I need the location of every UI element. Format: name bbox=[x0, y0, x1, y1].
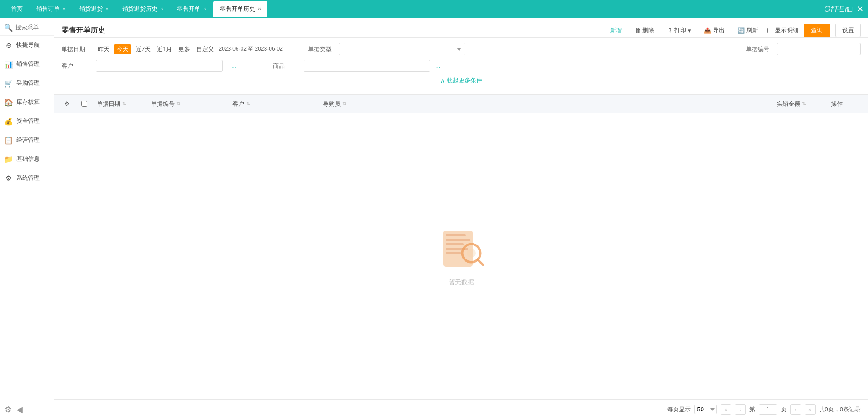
sidebar-label-sales-mgmt: 销售管理 bbox=[16, 60, 40, 68]
sidebar-item-sys-mgmt[interactable]: ⚙ 系统管理 bbox=[0, 169, 54, 188]
sidebar-label-inventory: 库存核算 bbox=[16, 98, 40, 106]
display-cols-checkbox[interactable] bbox=[767, 28, 773, 33]
sidebar-search-label: 搜索采单 bbox=[15, 24, 39, 32]
select-all-checkbox[interactable] bbox=[81, 101, 87, 107]
page-label: 第 bbox=[749, 405, 755, 414]
current-page-input[interactable] bbox=[759, 404, 777, 415]
doc-no-input[interactable] bbox=[777, 43, 861, 55]
tab-retail-open[interactable]: 零售开单× bbox=[171, 1, 213, 17]
doc-date-sort-icon: ⇅ bbox=[122, 101, 126, 107]
prev-page-button[interactable]: ‹ bbox=[735, 404, 746, 415]
sidebar-item-quick-nav[interactable]: ⊕ 快捷导航 bbox=[0, 36, 54, 55]
print-button[interactable]: 🖨 打印 ▾ bbox=[663, 24, 695, 36]
customer-input[interactable] bbox=[96, 60, 223, 72]
date-opt-7days[interactable]: 近7天 bbox=[134, 44, 152, 54]
filter-area: 单据日期 昨天 今天 近7天 近1月 更多 自定义 2023-06-02 至 2… bbox=[54, 38, 868, 95]
sidebar: 🔍 搜索采单 ⊕ 快捷导航 📊 销售管理 🛒 采购管理 🏠 库存核算 💰 资金管… bbox=[0, 18, 54, 419]
date-opt-custom[interactable]: 自定义 bbox=[194, 44, 216, 54]
doc-type-filter: 单据类型 bbox=[290, 43, 739, 55]
page-header: 零售开单历史 + 新增 🗑 删除 🖨 打印 ▾ 📤 导出 🔄 bbox=[54, 18, 868, 38]
sidebar-label-basic-info: 基础信息 bbox=[16, 155, 40, 163]
sidebar-icon-sales-mgmt: 📊 bbox=[5, 60, 13, 68]
tab-sales-order[interactable]: 销售订单× bbox=[30, 1, 72, 17]
table-col-amount[interactable]: 实销金额 ⇅ bbox=[773, 100, 827, 108]
table-col-doc-date[interactable]: 单据日期 ⇅ bbox=[93, 100, 147, 108]
page-title: 零售开单历史 bbox=[62, 26, 105, 35]
svg-rect-3 bbox=[446, 243, 464, 245]
filter-row-1: 单据日期 昨天 今天 近7天 近1月 更多 自定义 2023-06-02 至 2… bbox=[62, 43, 861, 55]
page-size-select[interactable]: 50 20 100 200 bbox=[694, 405, 717, 414]
empty-text: 暂无数据 bbox=[449, 278, 474, 287]
doc-no-label: 单据编号 bbox=[746, 45, 773, 53]
setting-button[interactable]: 设置 bbox=[835, 24, 861, 37]
export-button[interactable]: 📤 导出 bbox=[700, 24, 728, 36]
svg-rect-1 bbox=[446, 234, 466, 236]
doc-type-select[interactable] bbox=[339, 43, 465, 55]
goods-filter: 商品 ... bbox=[246, 60, 861, 72]
sidebar-icon-purchase-mgmt: 🛒 bbox=[5, 79, 13, 87]
sidebar-search[interactable]: 🔍 搜索采单 bbox=[0, 18, 54, 36]
tab-label-sales-return-history: 销货退货历史 bbox=[122, 5, 157, 13]
tab-label-home: 首页 bbox=[11, 5, 23, 13]
tab-label-sales-return: 销货退货 bbox=[79, 5, 103, 13]
sidebar-label-finance: 资金管理 bbox=[16, 117, 40, 125]
header-actions: + 新增 🗑 删除 🖨 打印 ▾ 📤 导出 🔄 刷新 bbox=[602, 24, 861, 37]
empty-icon bbox=[434, 226, 489, 271]
first-page-button[interactable]: « bbox=[721, 404, 731, 415]
collapse-button[interactable]: ∧ 收起更多条件 bbox=[441, 76, 482, 85]
table-col-checkbox[interactable] bbox=[75, 101, 93, 107]
last-page-button[interactable]: » bbox=[805, 404, 816, 415]
sidebar-settings-button[interactable]: ⚙ bbox=[5, 405, 12, 414]
goods-ellipsis-button[interactable]: ... bbox=[434, 62, 442, 69]
tab-close-sales-order[interactable]: × bbox=[62, 6, 66, 12]
next-page-button[interactable]: › bbox=[790, 404, 801, 415]
customer-label: 客户 bbox=[62, 62, 89, 70]
tab-sales-return[interactable]: 销货退货× bbox=[73, 1, 115, 17]
customer-sort-icon: ⇅ bbox=[246, 101, 250, 107]
date-opt-today[interactable]: 今天 bbox=[114, 44, 131, 54]
tab-close-sales-return-history[interactable]: × bbox=[160, 6, 163, 12]
refresh-icon: 🔄 bbox=[737, 27, 745, 34]
tab-close-retail-open-history[interactable]: × bbox=[258, 6, 261, 12]
refresh-button[interactable]: 🔄 刷新 bbox=[734, 24, 762, 36]
new-button[interactable]: + 新增 bbox=[602, 24, 626, 36]
table-col-doc-no[interactable]: 单据编号 ⇅ bbox=[147, 100, 229, 108]
tab-retail-open-history[interactable]: 零售开单历史× bbox=[213, 1, 267, 17]
tab-close-retail-open[interactable]: × bbox=[203, 6, 206, 12]
table-col-guide[interactable]: 导购员 ⇅ bbox=[319, 100, 374, 108]
app-brand: OfTEn bbox=[824, 5, 850, 14]
sidebar-item-operations[interactable]: 📋 经营管理 bbox=[0, 131, 54, 150]
sidebar-item-finance[interactable]: 💰 资金管理 bbox=[0, 112, 54, 131]
date-opt-1month[interactable]: 近1月 bbox=[155, 44, 174, 54]
sidebar-item-basic-info[interactable]: 📁 基础信息 bbox=[0, 150, 54, 169]
tab-home[interactable]: 首页 bbox=[5, 1, 29, 17]
goods-input[interactable] bbox=[304, 60, 430, 72]
sidebar-item-purchase-mgmt[interactable]: 🛒 采购管理 bbox=[0, 74, 54, 93]
sidebar-item-sales-mgmt[interactable]: 📊 销售管理 bbox=[0, 55, 54, 74]
table-col-customer[interactable]: 客户 ⇅ bbox=[229, 100, 319, 108]
tab-label-retail-open-history: 零售开单历史 bbox=[220, 5, 255, 13]
display-cols-toggle[interactable]: 显示明细 bbox=[767, 26, 798, 34]
table-header: ⚙ 单据日期 ⇅ 单据编号 ⇅ 客户 ⇅ 导购员 ⇅ bbox=[54, 95, 868, 113]
doc-no-filter: 单据编号 bbox=[746, 43, 861, 55]
sidebar-collapse-button[interactable]: ◀ bbox=[16, 405, 23, 414]
close-window-button[interactable]: ✕ bbox=[857, 4, 863, 14]
search-icon: 🔍 bbox=[5, 24, 13, 32]
tab-sales-return-history[interactable]: 销货退货历史× bbox=[116, 1, 170, 17]
tab-label-sales-order: 销售订单 bbox=[36, 5, 60, 13]
collapse-icon: ∧ bbox=[441, 77, 445, 84]
tab-close-sales-return[interactable]: × bbox=[105, 6, 109, 12]
sidebar-item-inventory[interactable]: 🏠 库存核算 bbox=[0, 93, 54, 112]
svg-line-7 bbox=[478, 259, 483, 265]
sidebar-label-quick-nav: 快捷导航 bbox=[16, 41, 40, 49]
sidebar-label-purchase-mgmt: 采购管理 bbox=[16, 79, 40, 87]
date-opt-yesterday[interactable]: 昨天 bbox=[96, 44, 111, 54]
date-opt-more[interactable]: 更多 bbox=[176, 44, 192, 54]
table-col-setting[interactable]: ⚙ bbox=[59, 100, 75, 107]
goods-label: 商品 bbox=[273, 62, 300, 70]
query-button[interactable]: 查询 bbox=[804, 24, 830, 37]
tab-label-retail-open: 零售开单 bbox=[177, 5, 200, 13]
table-col-ops: 操作 bbox=[827, 100, 863, 108]
customer-ellipsis-button[interactable]: ... bbox=[230, 62, 238, 69]
delete-button[interactable]: 🗑 删除 bbox=[631, 24, 658, 36]
